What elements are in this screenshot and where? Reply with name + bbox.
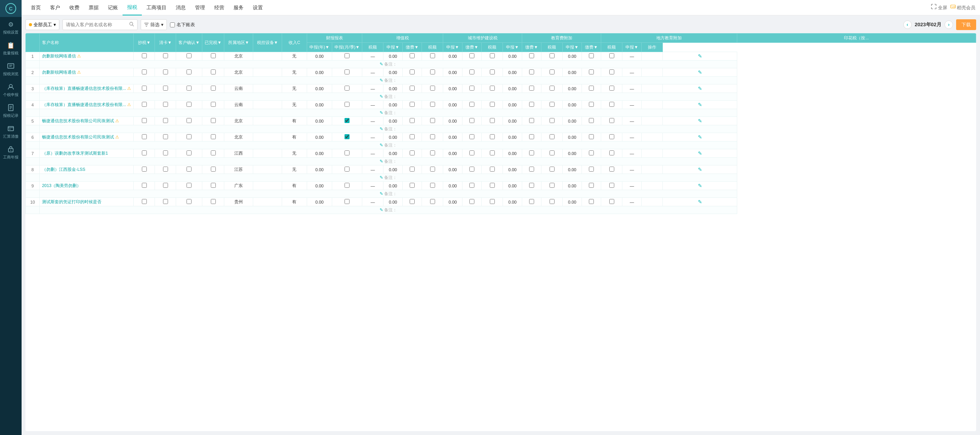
- row-yibao[interactable]: [202, 84, 224, 93]
- row-caibao-year[interactable]: [332, 84, 362, 93]
- row-huanka[interactable]: [155, 117, 176, 125]
- remark-edit-icon[interactable]: ✎: [380, 159, 383, 164]
- nav-kehu[interactable]: 客户: [45, 0, 65, 15]
- row-cs-jiaof[interactable]: [482, 52, 503, 61]
- row-yibao[interactable]: [202, 117, 224, 125]
- row-df-shenb[interactable]: [582, 133, 601, 142]
- nav-jizhang[interactable]: 记账: [103, 0, 123, 15]
- nav-guanli[interactable]: 管理: [190, 0, 210, 15]
- row-yibao[interactable]: [202, 68, 224, 77]
- row-df-jiaof[interactable]: [601, 182, 622, 190]
- row-jy-jiaof[interactable]: [541, 198, 563, 206]
- row-zz-jiaof[interactable]: [422, 149, 443, 158]
- sidebar-item-baoshuishezhi[interactable]: ⚙ 报税设置: [0, 17, 22, 38]
- row-jy-shenb[interactable]: [522, 133, 541, 142]
- row-jy-jiaof[interactable]: [541, 52, 563, 61]
- row-jy-jiaof[interactable]: [541, 68, 563, 77]
- row-yibao[interactable]: [202, 165, 224, 174]
- row-cs-shenb[interactable]: [462, 52, 482, 61]
- nav-shezhi[interactable]: 设置: [248, 0, 267, 15]
- row-df-jiaof[interactable]: [601, 198, 622, 206]
- named-checkbox-input[interactable]: [170, 22, 175, 27]
- remark-edit-icon[interactable]: ✎: [380, 78, 383, 83]
- row-choushou[interactable]: [134, 198, 155, 206]
- row-cs-shenb[interactable]: [462, 182, 482, 190]
- row-jy-jiaof[interactable]: [541, 133, 563, 142]
- row-edit[interactable]: ✎: [663, 133, 737, 142]
- row-jy-jiaof[interactable]: [541, 165, 563, 174]
- row-jy-jiaof[interactable]: [541, 101, 563, 109]
- row-choushou[interactable]: [134, 133, 155, 142]
- row-df-shenb[interactable]: [582, 182, 601, 190]
- row-jy-jiaof[interactable]: [541, 182, 563, 190]
- row-huanka[interactable]: [155, 165, 176, 174]
- next-month-btn[interactable]: ›: [945, 20, 953, 29]
- row-zz-shenb[interactable]: [403, 133, 422, 142]
- remark-edit-icon[interactable]: ✎: [380, 191, 383, 196]
- row-cs-shenb[interactable]: [462, 133, 482, 142]
- row-cs-shenb[interactable]: [462, 198, 482, 206]
- row-huanka[interactable]: [155, 52, 176, 61]
- row-zz-jiaof[interactable]: [422, 133, 443, 142]
- remark-edit-icon[interactable]: ✎: [380, 126, 383, 131]
- row-zz-shenb[interactable]: [403, 117, 422, 125]
- row-caibao-year[interactable]: [332, 165, 362, 174]
- row-edit[interactable]: ✎: [663, 198, 737, 206]
- row-cs-jiaof[interactable]: [482, 198, 503, 206]
- row-huanka[interactable]: [155, 149, 176, 158]
- row-keren[interactable]: [176, 149, 202, 158]
- row-jy-shenb[interactable]: [522, 165, 541, 174]
- named-checkbox[interactable]: 名下账表: [170, 22, 195, 28]
- row-yibao[interactable]: [202, 149, 224, 158]
- row-choushou[interactable]: [134, 182, 155, 190]
- row-zz-shenb[interactable]: [403, 68, 422, 77]
- row-choushou[interactable]: [134, 68, 155, 77]
- row-choushou[interactable]: [134, 101, 155, 109]
- row-df-jiaof[interactable]: [601, 133, 622, 142]
- remark-edit-icon[interactable]: ✎: [380, 143, 383, 147]
- search-icon[interactable]: [129, 22, 134, 28]
- row-cs-shenb[interactable]: [462, 117, 482, 125]
- nav-shoufei[interactable]: 收费: [65, 0, 84, 15]
- row-edit[interactable]: ✎: [663, 52, 737, 61]
- row-df-shenb[interactable]: [582, 165, 601, 174]
- row-zz-shenb[interactable]: [403, 182, 422, 190]
- row-edit[interactable]: ✎: [663, 117, 737, 125]
- row-cs-shenb[interactable]: [462, 68, 482, 77]
- row-keren[interactable]: [176, 165, 202, 174]
- row-cs-shenb[interactable]: [462, 149, 482, 158]
- row-zz-jiaof[interactable]: [422, 198, 443, 206]
- row-caibao-year[interactable]: [332, 149, 362, 158]
- sidebar-item-liulan[interactable]: 报税浏览: [0, 59, 22, 79]
- row-zz-jiaof[interactable]: [422, 101, 443, 109]
- row-df-jiaof[interactable]: [601, 84, 622, 93]
- row-yibao[interactable]: [202, 198, 224, 206]
- row-jy-shenb[interactable]: [522, 182, 541, 190]
- row-cs-shenb[interactable]: [462, 165, 482, 174]
- row-huanka[interactable]: [155, 84, 176, 93]
- row-edit[interactable]: ✎: [663, 149, 737, 158]
- row-df-jiaof[interactable]: [601, 101, 622, 109]
- row-jy-jiaof[interactable]: [541, 117, 563, 125]
- row-edit[interactable]: ✎: [663, 84, 737, 93]
- member-btn[interactable]: VIP 稻壳会员: [950, 4, 975, 11]
- row-df-jiaof[interactable]: [601, 68, 622, 77]
- row-zz-jiaof[interactable]: [422, 52, 443, 61]
- row-zz-shenb[interactable]: [403, 84, 422, 93]
- row-zz-jiaof[interactable]: [422, 117, 443, 125]
- row-choushou[interactable]: [134, 117, 155, 125]
- row-jy-jiaof[interactable]: [541, 149, 563, 158]
- row-df-jiaof[interactable]: [601, 165, 622, 174]
- row-zz-shenb[interactable]: [403, 52, 422, 61]
- row-keren[interactable]: [176, 117, 202, 125]
- row-cs-jiaof[interactable]: [482, 68, 503, 77]
- row-caibao-year[interactable]: [332, 198, 362, 206]
- fullscreen-btn[interactable]: 全屏: [931, 4, 947, 11]
- prev-month-btn[interactable]: ‹: [903, 20, 912, 29]
- row-cs-jiaof[interactable]: [482, 165, 503, 174]
- row-jy-shenb[interactable]: [522, 52, 541, 61]
- row-keren[interactable]: [176, 52, 202, 61]
- nav-baoshui[interactable]: 报税: [123, 0, 142, 15]
- row-edit[interactable]: ✎: [663, 101, 737, 109]
- row-cs-shenb[interactable]: [462, 84, 482, 93]
